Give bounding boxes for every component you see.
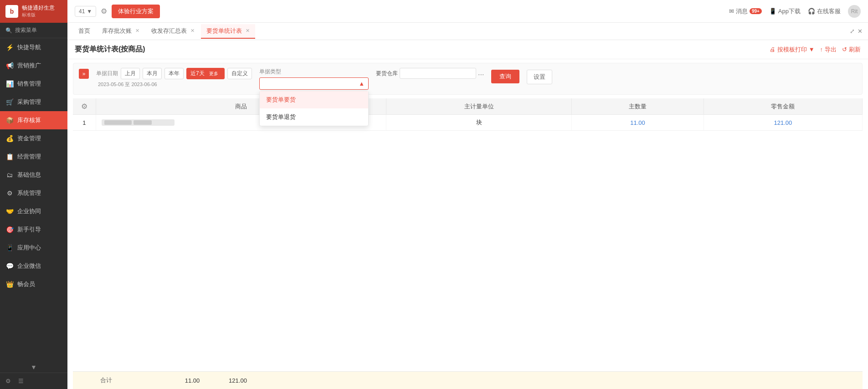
finance-icon: 💰 [5, 134, 14, 143]
quantity-link[interactable]: 11.00 [630, 119, 645, 126]
sidebar-item-inventory[interactable]: 📦 库存核算 [0, 111, 67, 129]
print-icon: 🖨 [770, 46, 776, 53]
close-all-icon[interactable]: ✕ [858, 28, 863, 35]
type-filter-wrapper: 单据类型 ▲ 要货单要货 要货单退货 [259, 68, 369, 90]
this-year-btn[interactable]: 本年 [164, 68, 184, 79]
tab-inventory-batch[interactable]: 库存批次账 ✕ [97, 24, 145, 39]
sidebar-item-label: 企业微信 [17, 262, 41, 270]
tab-inventory-batch-label: 库存批次账 [102, 27, 132, 35]
row-amount: 121.00 [704, 115, 862, 131]
tab-home[interactable]: 首页 [73, 24, 96, 39]
this-month-btn[interactable]: 本月 [143, 68, 162, 79]
tab-order-stats-close[interactable]: ✕ [246, 28, 250, 34]
warehouse-input[interactable] [400, 68, 476, 79]
last-month-btn[interactable]: 上月 [121, 68, 140, 79]
messages-action[interactable]: ✉ 消息 99+ [729, 7, 762, 15]
sidebar-item-wechat[interactable]: 💬 企业微信 [0, 257, 67, 275]
sidebar-item-purchase[interactable]: 🛒 采购管理 [0, 93, 67, 111]
sidebar-item-enterprise[interactable]: 🤝 企业协同 [0, 202, 67, 220]
sidebar-item-system[interactable]: ⚙ 系统管理 [0, 184, 67, 202]
sidebar-item-label: 资金管理 [17, 134, 41, 143]
sidebar-item-sales[interactable]: 📊 销售管理 [0, 75, 67, 93]
app-version: 标准版 [22, 12, 55, 18]
sidebar-item-operations[interactable]: 📋 经营管理 [0, 148, 67, 166]
header-gear-button[interactable]: ⚙ [101, 7, 107, 15]
last-7-days-btn[interactable]: 近7天 更多 [186, 68, 225, 79]
sidebar-item-label: 应用中心 [17, 244, 41, 252]
warehouse-label: 要货仓库 [376, 70, 398, 77]
quick-nav-icon: ⚡ [5, 43, 14, 51]
table-row: 1 块 11.00 121.00 [73, 115, 863, 131]
user-avatar[interactable]: Rit [848, 5, 861, 18]
company-dropdown-icon: ▼ [87, 8, 92, 15]
amount-link[interactable]: 121.00 [774, 119, 792, 126]
query-button[interactable]: 查询 [491, 70, 519, 83]
online-service-action[interactable]: 🎧 在线客服 [808, 7, 841, 15]
sidebar-item-label: 畅会员 [17, 280, 35, 288]
tab-order-stats[interactable]: 要货单统计表 ✕ [201, 24, 255, 39]
tab-home-label: 首页 [78, 27, 90, 35]
sidebar-item-app-center[interactable]: 📱 应用中心 [0, 239, 67, 257]
print-template-button[interactable]: 🖨 按模板打印 ▼ [770, 46, 815, 54]
date-filter-row: 单据日期 上月 本月 本年 近7天 更多 自定义 [96, 68, 252, 79]
tab-receive-summary-close[interactable]: ✕ [190, 28, 195, 34]
sidebar-item-guide[interactable]: 🎯 新手引导 [0, 220, 67, 239]
product-bar-2 [134, 120, 152, 125]
dropdown-item-order-goods[interactable]: 要货单要货 [260, 91, 368, 108]
company-selector[interactable]: 41 ▼ [75, 6, 96, 17]
filter-expand-button[interactable]: » [79, 69, 89, 79]
sidebar-logo: b 畅捷通好生意 标准版 [0, 0, 67, 23]
enterprise-icon: 🤝 [5, 207, 14, 215]
sidebar-item-finance[interactable]: 💰 资金管理 [0, 129, 67, 148]
sidebar-item-quick-nav[interactable]: ⚡ 快捷导航 [0, 38, 67, 56]
footer-quantity: 11.00 [169, 377, 215, 384]
custom-date-btn[interactable]: 自定义 [227, 68, 252, 79]
tab-inventory-batch-close[interactable]: ✕ [135, 28, 139, 34]
product-bar-1 [104, 120, 132, 125]
tab-receive-summary-label: 收发存汇总表 [151, 27, 187, 35]
tab-expand[interactable]: ⤢ ✕ [850, 28, 863, 35]
sidebar-item-label: 销售管理 [17, 80, 41, 88]
operations-icon: 📋 [5, 153, 14, 161]
row-unit: 块 [386, 115, 572, 131]
messages-badge: 99+ [750, 8, 762, 14]
sidebar-item-member[interactable]: 👑 畅会员 [0, 275, 67, 293]
guide-icon: 🎯 [5, 225, 14, 234]
app-center-icon: 📱 [5, 244, 14, 252]
app-download-label: App下载 [778, 7, 801, 15]
export-button[interactable]: ↑ 导出 [820, 46, 837, 54]
sales-icon: 📊 [5, 80, 14, 88]
data-table-wrapper: ⚙ 商品 主计量单位 主数量 零售金额 1 [73, 98, 863, 371]
sidebar: b 畅捷通好生意 标准版 🔍 搜索菜单 ⚡ 快捷导航 📢 营销推广 📊 销售管理… [0, 0, 67, 389]
sidebar-scroll-indicator[interactable]: ▼ [0, 362, 67, 373]
refresh-icon: ↺ [842, 46, 847, 53]
type-filter-select[interactable]: ▲ [259, 77, 369, 90]
sidebar-item-marketing[interactable]: 📢 营销推广 [0, 56, 67, 75]
refresh-button[interactable]: ↺ 刷新 [842, 46, 861, 54]
sidebar-item-label: 新手引导 [17, 225, 41, 234]
sidebar-item-base[interactable]: 🗂 基础信息 [0, 166, 67, 184]
date-more-badge: 更多 [207, 71, 221, 77]
sidebar-search[interactable]: 🔍 搜索菜单 [0, 23, 67, 38]
sidebar-item-label: 库存核算 [17, 116, 41, 124]
filter-more-btn[interactable]: ··· [478, 71, 484, 79]
table-settings-icon[interactable]: ⚙ [81, 102, 87, 110]
warehouse-filter: 要货仓库 ··· [376, 68, 484, 79]
dropdown-item-order-return[interactable]: 要货单退货 [260, 108, 368, 126]
purchase-icon: 🛒 [5, 98, 14, 106]
settings-button[interactable]: 设置 [527, 70, 552, 84]
app-download-action[interactable]: 📱 App下载 [769, 7, 801, 15]
sidebar-item-label: 采购管理 [17, 98, 41, 106]
wechat-icon: 💬 [5, 262, 14, 270]
print-dropdown-icon: ▼ [809, 46, 815, 53]
trial-button[interactable]: 体验行业方案 [112, 5, 160, 18]
tab-receive-summary[interactable]: 收发存汇总表 ✕ [146, 24, 200, 39]
export-label: 导出 [825, 46, 837, 54]
footer-settings-icon[interactable]: ⚙ [5, 378, 11, 384]
footer-menu-icon[interactable]: ☰ [18, 378, 24, 384]
search-label: 搜索菜单 [15, 26, 37, 34]
page-content: 要货单统计表(按商品) 🖨 按模板打印 ▼ ↑ 导出 ↺ 刷新 » [67, 40, 868, 389]
date-range-text: 2023-05-06 至 2023-06-06 [98, 81, 157, 88]
col-settings[interactable]: ⚙ [73, 98, 96, 115]
base-icon: 🗂 [5, 171, 14, 179]
